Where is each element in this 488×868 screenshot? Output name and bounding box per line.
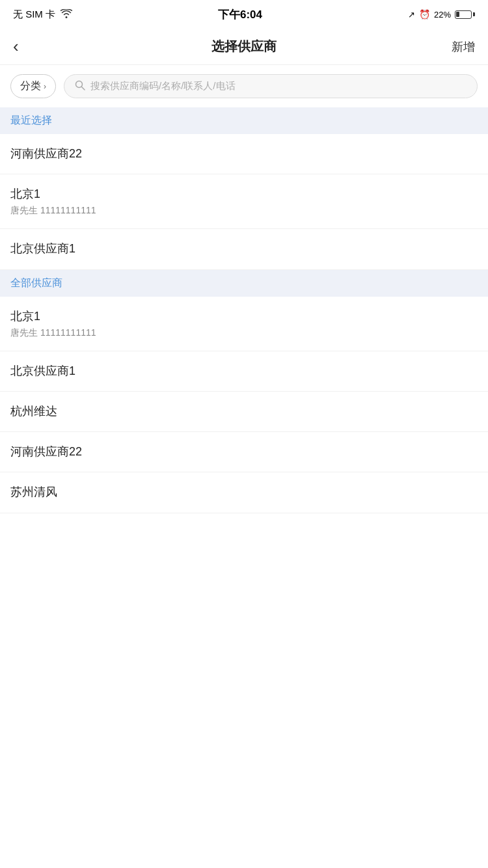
item-name: 北京1	[10, 308, 478, 325]
section-header-all: 全部供应商	[0, 270, 488, 297]
list-item[interactable]: 北京1唐先生 11111111111	[0, 297, 488, 351]
list-item[interactable]: 杭州维达	[0, 392, 488, 432]
svg-line-1	[82, 87, 85, 90]
back-button[interactable]: ‹	[13, 36, 42, 57]
search-placeholder: 搜索供应商编码/名称/联系人/电话	[90, 80, 236, 92]
list-item[interactable]: 苏州清风	[0, 472, 488, 513]
list-item[interactable]: 河南供应商22	[0, 134, 488, 174]
section-header-recent: 最近选择	[0, 107, 488, 134]
location-icon: ↗	[408, 10, 415, 20]
status-right: ↗ ⏰ 22%	[408, 9, 475, 20]
add-button[interactable]: 新增	[446, 39, 475, 55]
battery-percent: 22%	[434, 10, 451, 20]
wifi-icon	[61, 9, 72, 20]
item-name: 河南供应商22	[10, 146, 478, 162]
nav-bar: ‹ 选择供应商 新增	[0, 29, 488, 65]
chevron-right-icon: ›	[44, 82, 46, 91]
search-icon	[75, 80, 85, 92]
item-name: 杭州维达	[10, 403, 478, 420]
no-sim-label: 无 SIM 卡	[13, 8, 55, 21]
status-bar: 无 SIM 卡 下午6:04 ↗ ⏰ 22%	[0, 0, 488, 29]
list-item[interactable]: 北京供应商1	[0, 351, 488, 392]
status-left: 无 SIM 卡	[13, 8, 72, 21]
list-item[interactable]: 北京供应商1	[0, 229, 488, 269]
item-name: 苏州清风	[10, 484, 478, 500]
alarm-icon: ⏰	[419, 9, 430, 20]
category-label: 分类	[20, 79, 41, 93]
category-button[interactable]: 分类 ›	[10, 74, 56, 98]
item-name: 北京供应商1	[10, 241, 478, 257]
list-item[interactable]: 河南供应商22	[0, 432, 488, 472]
item-name: 河南供应商22	[10, 444, 478, 460]
list-item[interactable]: 北京1唐先生 11111111111	[0, 174, 488, 229]
battery-icon	[455, 10, 475, 19]
item-name: 北京1	[10, 186, 478, 202]
item-sub: 唐先生 11111111111	[10, 327, 478, 339]
status-time: 下午6:04	[218, 7, 262, 22]
item-sub: 唐先生 11111111111	[10, 205, 478, 217]
page-title: 选择供应商	[42, 38, 446, 55]
filter-bar: 分类 › 搜索供应商编码/名称/联系人/电话	[0, 65, 488, 107]
search-box[interactable]: 搜索供应商编码/名称/联系人/电话	[64, 74, 478, 98]
supplier-list: 最近选择河南供应商22北京1唐先生 11111111111北京供应商1全部供应商…	[0, 107, 488, 513]
item-name: 北京供应商1	[10, 363, 478, 379]
